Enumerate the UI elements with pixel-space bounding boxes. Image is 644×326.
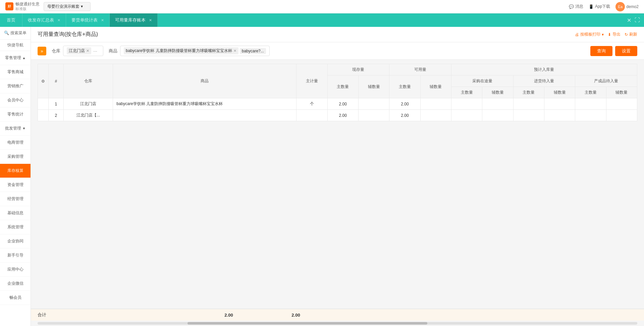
sidebar-item-purchase-mgmt-label: 采购管理	[7, 154, 23, 159]
row1-num: 1	[49, 98, 64, 110]
settings-icon: ⚙	[41, 79, 45, 84]
scrollbar-track[interactable]	[38, 322, 637, 325]
sidebar-item-system-mgmt[interactable]: 系统管理	[0, 220, 31, 234]
warehouse-filter-input[interactable]: 江北门店 ✕ ···	[63, 46, 103, 56]
main-layout: 🔍 搜索菜单 快捷导航 零售管理 ▲ 零售商城 营销推广 会员中心 零售统计 批…	[0, 27, 644, 326]
sidebar-search[interactable]: 🔍 搜索菜单	[0, 27, 31, 40]
sidebar-item-app-center-label: 应用中心	[7, 267, 23, 272]
row2-avail-main: 2.00	[389, 110, 420, 121]
product-filter-input[interactable]: babycare学饮杯 儿童防摔防撞吸管杯重力球吸嘴杯宝宝水杯 ✕ babyca…	[120, 46, 270, 56]
sidebar-item-member-center[interactable]: 会员中心	[0, 93, 31, 107]
filter-warehouse-group: 仓库 江北门店 ✕ ···	[52, 46, 103, 56]
product-tag-0-close-icon[interactable]: ✕	[233, 49, 236, 53]
top-bar: 好 畅捷通好生意 标准版 母婴行业演示账套 ▾ 💬 消息 📱 App下载 Ea …	[0, 0, 644, 13]
user-area[interactable]: Ea demo2	[615, 2, 639, 11]
sidebar-item-ops-mgmt[interactable]: 经营管理	[0, 192, 31, 206]
sidebar-item-marketing-label: 营销推广	[7, 83, 23, 89]
sidebar-item-ecommerce-mgmt[interactable]: 电商管理	[0, 136, 31, 150]
filter-expand-btn[interactable]: »	[38, 47, 46, 55]
tab-order-stats[interactable]: 要货单统计表 ✕	[66, 13, 110, 27]
logo-sub: 标准版	[15, 6, 40, 11]
tab-expand-icon[interactable]: ⛶	[635, 17, 640, 23]
sidebar-item-enterprise-wechat[interactable]: 企业微信	[0, 277, 31, 291]
tab-order-stats-close[interactable]: ✕	[101, 18, 104, 22]
sidebar-item-wholesale-mgmt[interactable]: 批发管理 ▼	[0, 122, 31, 136]
col-pt-aux-header: 辅数量	[482, 87, 513, 98]
product-tag-0-value: babycare学饮杯 儿童防摔防撞吸管杯重力球吸嘴杯宝宝水杯	[126, 48, 232, 54]
warehouse-more-icon[interactable]: ···	[93, 48, 97, 54]
content-area: 可用量查询(按仓库+商品) 🖨 按模板打印 ▾ ⬇ 导出 ↻ 刷新 »	[31, 27, 644, 326]
row2-warehouse: 江北门店【...	[63, 110, 113, 121]
total-stock-main: 2.00	[212, 313, 246, 318]
sidebar-item-basic-info-label: 基础信息	[7, 210, 23, 216]
sidebar-item-new-guide[interactable]: 新手引导	[0, 248, 31, 263]
industry-arrow-icon: ▾	[81, 4, 83, 9]
page-title: 可用量查询(按仓库+商品)	[38, 31, 98, 42]
tab-home[interactable]: 首页	[0, 13, 22, 27]
message-btn[interactable]: 💬 消息	[569, 4, 583, 9]
sidebar-item-member[interactable]: 畅会员	[0, 291, 31, 305]
col-warehouse-header: 仓库	[63, 64, 113, 98]
app-download-label: App下载	[595, 4, 610, 9]
warehouse-tag-close-icon[interactable]: ✕	[86, 49, 89, 53]
settings-btn[interactable]: 设置	[615, 46, 637, 56]
scrollbar-thumb[interactable]	[187, 322, 427, 325]
footer-cells: 合计 2.00 2.00	[38, 312, 637, 318]
row2-unit	[297, 110, 327, 121]
query-btn[interactable]: 查询	[590, 46, 612, 56]
row1-ip-aux	[544, 98, 575, 110]
row2-stock-main: 2.00	[327, 110, 358, 121]
scrollbar-area	[31, 321, 644, 326]
tab-order-stats-label: 要货单统计表	[71, 17, 98, 23]
tab-income-expense[interactable]: 收发存汇总表 ✕	[22, 13, 66, 27]
tab-available-stock-label: 可用量库存账本	[115, 17, 146, 23]
filter-area: » 仓库 江北门店 ✕ ··· 商品 babycare学饮杯 儿童防摔防撞吸管杯…	[31, 42, 644, 60]
row2-ip-main	[513, 110, 544, 121]
sidebar-item-member-label: 畅会员	[9, 295, 21, 300]
row1-avail-aux	[420, 98, 451, 110]
refresh-btn[interactable]: ↻ 刷新	[625, 32, 637, 37]
row2-pp-main	[575, 110, 606, 121]
col-settings-header: ⚙	[38, 64, 49, 98]
row2-num: 2	[49, 110, 64, 121]
row2-avail-aux	[420, 110, 451, 121]
tab-income-expense-label: 收发存汇总表	[28, 17, 54, 23]
data-table: ⚙ # 仓库 商品 主计量 现存量 可用量 预计入库量 主数量 辅数量 主数量	[38, 64, 637, 121]
sidebar: 🔍 搜索菜单 快捷导航 零售管理 ▲ 零售商城 营销推广 会员中心 零售统计 批…	[0, 27, 31, 326]
top-bar-right: 💬 消息 📱 App下载 Ea demo2	[569, 2, 639, 11]
sidebar-item-finance-mgmt[interactable]: 资金管理	[0, 178, 31, 192]
search-icon: 🔍	[4, 31, 9, 35]
row1-unit: 个	[297, 98, 327, 110]
tab-available-stock-close[interactable]: ✕	[149, 18, 152, 22]
sidebar-item-retail-stats[interactable]: 零售统计	[0, 107, 31, 122]
app-download-btn[interactable]: 📱 App下载	[589, 4, 610, 9]
user-name: demo2	[626, 4, 639, 9]
sidebar-item-inventory-check[interactable]: 库存核算	[0, 164, 31, 178]
template-print-btn[interactable]: 🖨 按模板打印 ▾	[575, 32, 604, 37]
tab-close-all-icon[interactable]: ✕	[627, 17, 631, 24]
sidebar-item-system-mgmt-label: 系统管理	[7, 224, 23, 230]
sidebar-item-retail-mgmt[interactable]: 零售管理 ▲	[0, 51, 31, 65]
sidebar-item-enterprise-collab[interactable]: 企业协同	[0, 234, 31, 248]
col-stock-aux-header: 辅数量	[358, 76, 389, 98]
row2-pt-aux	[482, 110, 513, 121]
sidebar-item-purchase-mgmt[interactable]: 采购管理	[0, 150, 31, 164]
col-unit-header: 主计量	[297, 64, 327, 98]
sidebar-quick-nav[interactable]: 快捷导航	[0, 40, 31, 51]
tab-income-expense-close[interactable]: ✕	[57, 18, 60, 22]
sidebar-item-app-center[interactable]: 应用中心	[0, 263, 31, 277]
table-row: 1 江北门店 babycare学饮杯 儿童防摔防撞吸管杯重力球吸嘴杯宝宝水杯 个…	[38, 98, 637, 110]
industry-selector[interactable]: 母婴行业演示账套 ▾	[44, 2, 91, 11]
row2-settings	[38, 110, 49, 121]
tab-available-stock[interactable]: 可用量库存账本 ✕	[110, 13, 158, 27]
row1-settings	[38, 98, 49, 110]
table-row: 2 江北门店【... 2.00 2.00	[38, 110, 637, 121]
export-btn[interactable]: ⬇ 导出	[608, 32, 621, 37]
filter-actions: 查询 设置	[590, 46, 637, 56]
sidebar-item-retail-mall[interactable]: 零售商城	[0, 65, 31, 79]
total-label: 合计	[38, 312, 212, 318]
sidebar-item-marketing[interactable]: 营销推广	[0, 79, 31, 93]
col-production-pending-header: 产成品待入量	[575, 76, 637, 87]
row1-product: babycare学饮杯 儿童防摔防撞吸管杯重力球吸嘴杯宝宝水杯	[113, 98, 297, 110]
sidebar-item-basic-info[interactable]: 基础信息	[0, 206, 31, 220]
